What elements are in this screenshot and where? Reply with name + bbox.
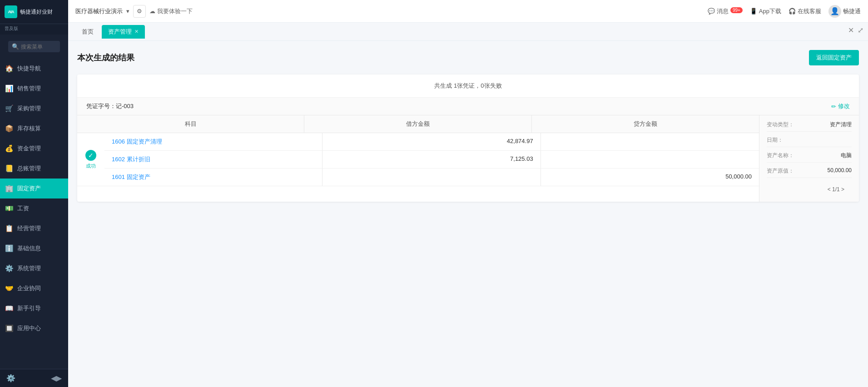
edit-icon: ✏ (831, 103, 836, 110)
sidebar-item-sales[interactable]: 📊 销售管理 (0, 79, 68, 99)
purchase-icon: 🛒 (5, 104, 14, 113)
table-rows: 1606 固定资产清理 42,874.97 1602 累计折旧 7,125.03 (104, 133, 759, 186)
sidebar-label-basic-info: 基础信息 (17, 244, 41, 253)
sidebar-item-payroll[interactable]: 💵 工资 (0, 198, 68, 218)
sidebar-item-management[interactable]: 📋 经营管理 (0, 218, 68, 238)
guide-icon: 📖 (5, 304, 14, 313)
sidebar-label-inventory: 库存核算 (17, 124, 41, 133)
result-summary: 共生成 1张凭证，0张失败 (77, 74, 859, 98)
sidebar-label-system: 系统管理 (17, 264, 41, 273)
home-icon: 🏠 (5, 64, 14, 73)
voucher-section: 凭证字号：记-003 ✏ 修改 科目 借方金额 贷方金额 (77, 98, 859, 202)
status-text: 成功 (86, 163, 96, 169)
sidebar-item-funds[interactable]: 💰 资金管理 (0, 139, 68, 159)
logo-text: 畅捷通好业财 (20, 8, 53, 16)
tabbar: 首页 资产管理 ✕ (68, 23, 868, 41)
rp-change-type-label: 变动类型： (767, 121, 794, 129)
close-window-icon[interactable]: ✕ (848, 26, 854, 35)
management-icon: 📋 (5, 224, 14, 233)
cell-subject-3[interactable]: 1601 固定资产 (104, 169, 322, 186)
edit-button[interactable]: ✏ 修改 (831, 102, 850, 110)
app-download-button[interactable]: 📱 App下载 (750, 7, 781, 15)
settings-footer-icon[interactable]: ⚙️ (6, 374, 15, 382)
right-panel: 变动类型： 资产清理 日期： 资产名称： 电脑 资产原值： (759, 115, 859, 202)
sidebar-item-purchase[interactable]: 🛒 采购管理 (0, 99, 68, 119)
tab-asset-mgmt-label: 资产管理 (108, 28, 132, 36)
return-button[interactable]: 返回固定资产 (809, 50, 859, 65)
topbar-left: 医疗器械行业演示 ▾ ⚙ ☁ 我要体验一下 (75, 5, 193, 18)
sidebar-label-sales: 销售管理 (17, 84, 41, 93)
sidebar-label-enterprise: 企业协同 (17, 284, 41, 293)
app-center-icon: 🔲 (5, 324, 14, 333)
tab-home[interactable]: 首页 (75, 25, 100, 39)
customer-service-button[interactable]: 🎧 在线客服 (789, 7, 821, 15)
expand-window-icon[interactable]: ⤢ (858, 26, 863, 35)
payroll-icon: 💵 (5, 204, 14, 213)
notification-button[interactable]: 💬 消息 99+ (708, 7, 743, 15)
search-input[interactable] (21, 44, 56, 50)
voucher-header: 凭证字号：记-003 ✏ 修改 (77, 98, 859, 115)
sidebar-item-app-center[interactable]: 🔲 应用中心 (0, 318, 68, 338)
col-header-subject: 科目 (77, 115, 304, 133)
fixed-assets-icon: 🏢 (5, 184, 14, 193)
sidebar-item-system[interactable]: ⚙️ 系统管理 (0, 258, 68, 278)
col-header-debit: 借方金额 (304, 115, 531, 133)
rp-asset-original-label: 资产原值： (767, 167, 794, 175)
pagination[interactable]: < 1/1 > (767, 183, 852, 196)
sidebar-footer: ⚙️ ◀▶ (0, 369, 68, 387)
result-card: 共生成 1张凭证，0张失败 凭证字号：记-003 ✏ 修改 科目 借 (77, 74, 859, 202)
sidebar-item-general-ledger[interactable]: 📒 总账管理 (0, 159, 68, 179)
collapse-icon[interactable]: ◀▶ (51, 374, 62, 382)
sidebar-item-inventory[interactable]: 📦 库存核算 (0, 119, 68, 139)
success-icon: ✓ (85, 150, 96, 161)
sidebar-item-fixed-assets[interactable]: 🏢 固定资产 (0, 179, 68, 198)
notification-icon: 💬 (708, 8, 715, 15)
ledger-icon: 📒 (5, 164, 14, 173)
cell-subject-2[interactable]: 1602 累计折旧 (104, 151, 322, 168)
cell-debit-3 (322, 169, 541, 186)
user-info[interactable]: 👤 畅捷通 (828, 5, 861, 18)
cell-debit-2: 7,125.03 (322, 151, 541, 168)
edition-label: 普及版 (0, 24, 68, 35)
sidebar-label-funds: 资金管理 (17, 144, 41, 153)
sidebar-scroll: 🔍 🏠 快捷导航 📊 销售管理 🛒 采购管理 📦 库存核算 💰 资金管理 📒 总… (0, 35, 68, 369)
sidebar-logo: AtA 畅捷通好业财 (0, 0, 68, 24)
customer-service-label: 在线客服 (798, 7, 821, 15)
sidebar: AtA 畅捷通好业财 普及版 🔍 🏠 快捷导航 📊 销售管理 🛒 采购管理 📦 … (0, 0, 68, 387)
system-icon: ⚙️ (5, 264, 14, 273)
edit-label: 修改 (838, 102, 850, 110)
cell-credit-2 (541, 151, 759, 168)
gear-icon: ⚙ (137, 8, 142, 15)
cell-credit-3: 50,000.00 (541, 169, 759, 186)
dropdown-arrow-icon[interactable]: ▾ (126, 8, 129, 15)
sidebar-item-quick-nav[interactable]: 🏠 快捷导航 (0, 59, 68, 79)
sidebar-label-payroll: 工资 (17, 204, 29, 213)
table-row: 1602 累计折旧 7,125.03 (104, 151, 759, 169)
rp-asset-original: 资产原值： 50,000.00 (767, 167, 852, 178)
topbar-right: 💬 消息 99+ 📱 App下载 🎧 在线客服 👤 畅捷通 (708, 5, 861, 18)
sidebar-item-basic-info[interactable]: ℹ️ 基础信息 (0, 238, 68, 258)
avatar: 👤 (828, 5, 841, 18)
sidebar-item-enterprise[interactable]: 🤝 企业协同 (0, 278, 68, 298)
rp-change-type: 变动类型： 资产清理 (767, 121, 852, 132)
settings-button[interactable]: ⚙ (133, 5, 146, 18)
rp-asset-name-value: 电脑 (841, 152, 852, 159)
cloud-icon: ☁ (149, 8, 155, 15)
cell-subject-1[interactable]: 1606 固定资产清理 (104, 133, 322, 150)
tab-close-icon[interactable]: ✕ (134, 29, 139, 35)
experience-label: 我要体验一下 (157, 7, 193, 15)
funds-icon: 💰 (5, 144, 14, 153)
headset-icon: 🎧 (789, 8, 796, 15)
app-download-label: App下载 (759, 7, 781, 15)
tab-asset-mgmt[interactable]: 资产管理 ✕ (102, 25, 145, 39)
rp-date: 日期： (767, 136, 852, 147)
main-wrapper: 医疗器械行业演示 ▾ ⚙ ☁ 我要体验一下 💬 消息 99+ 📱 App下载 🎧 (68, 0, 868, 387)
sidebar-label-quick-nav: 快捷导航 (17, 64, 41, 73)
sidebar-item-guide[interactable]: 📖 新手引导 (0, 298, 68, 318)
experience-button[interactable]: ☁ 我要体验一下 (149, 7, 193, 15)
voucher-table: 科目 借方金额 贷方金额 ✓ 成功 16 (77, 115, 859, 202)
rp-asset-name-label: 资产名称： (767, 152, 794, 159)
page-title: 本次生成的结果 (77, 52, 134, 63)
sidebar-search-container[interactable]: 🔍 (0, 35, 68, 59)
sales-icon: 📊 (5, 84, 14, 93)
